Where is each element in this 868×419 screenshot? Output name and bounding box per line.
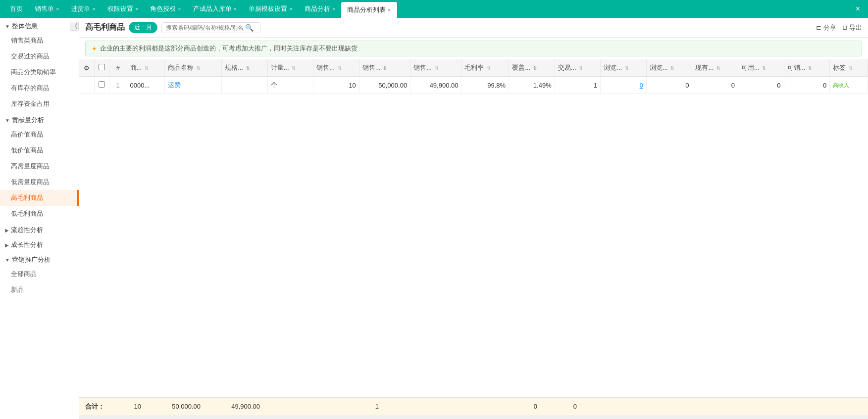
nav-template-close[interactable]: ×: [289, 6, 292, 12]
nav-sales-close[interactable]: ×: [56, 6, 59, 12]
td-sales-cost: 49,900.00: [410, 77, 461, 94]
sidebar-item-high-demand[interactable]: 高需量度商品: [0, 158, 79, 174]
th-browse1[interactable]: 浏览... ⇅: [601, 59, 647, 77]
td-browse1[interactable]: 0: [601, 77, 647, 94]
share-icon: ⊏: [816, 24, 821, 31]
th-spec[interactable]: 规格... ⇅: [222, 59, 268, 77]
th-gross-margin[interactable]: 毛利率 ⇅: [461, 59, 509, 77]
sidebar-item-low-demand[interactable]: 低需量度商品: [0, 174, 79, 190]
sidebar-section-contribution-arrow: ▼: [5, 118, 10, 123]
th-code[interactable]: 商... ⇅: [127, 59, 165, 77]
nav-products-inbound[interactable]: 产成品入库单 ×: [187, 0, 243, 18]
export-icon: ⊔: [842, 24, 847, 31]
td-sellable: 0: [784, 77, 830, 94]
th-trade[interactable]: 交易... ⇅: [555, 59, 601, 77]
table-row: 1 0000... 运费 个 10 50,000.00 49,900.00 99…: [79, 77, 868, 94]
search-icon[interactable]: 🔍: [245, 24, 254, 32]
search-box: 🔍: [161, 22, 260, 33]
th-coverage[interactable]: 覆盖... ⇅: [509, 59, 555, 77]
th-available[interactable]: 可用... ⇅: [738, 59, 784, 77]
sort-sales-qty-icon: ⇅: [338, 66, 342, 71]
sidebar-item-new-goods[interactable]: 新品: [0, 282, 79, 298]
th-settings[interactable]: ⚙: [79, 59, 94, 77]
nav-analysis-list[interactable]: 商品分析列表 ×: [341, 2, 397, 18]
sidebar-item-high-value[interactable]: 高价值商品: [0, 127, 79, 142]
table-body: 1 0000... 运费 个 10 50,000.00 49,900.00 99…: [79, 77, 868, 94]
th-checkbox[interactable]: [94, 59, 109, 77]
nav-products-inbound-close[interactable]: ×: [234, 6, 237, 12]
nav-permissions-close[interactable]: ×: [135, 6, 138, 12]
nav-window-close[interactable]: ×: [852, 4, 864, 13]
nav-analysis-close[interactable]: ×: [332, 6, 335, 12]
bottom-scrollbar[interactable]: [79, 415, 868, 419]
footer-sales-qty: 10: [114, 403, 144, 410]
sort-code-icon: ⇅: [145, 66, 149, 71]
info-text: 企业的主要的利润都是这部分商品创造的，可考虑加大推广，同时关注库存是不要出现缺货: [100, 44, 357, 53]
share-btn[interactable]: ⊏ 分享: [816, 23, 836, 32]
sidebar-item-traded-goods[interactable]: 交易过的商品: [0, 48, 79, 64]
nav-analysis[interactable]: 商品分析 ×: [299, 0, 341, 18]
nav-sales[interactable]: 销售单 ×: [29, 0, 65, 18]
footer-spacer2: [303, 403, 342, 410]
row-checkbox[interactable]: [99, 81, 105, 88]
sidebar-item-low-margin[interactable]: 低毛利商品: [0, 206, 79, 222]
th-sellable[interactable]: 可销... ⇅: [784, 59, 830, 77]
sidebar-item-inventory-capital[interactable]: 库存资金占用: [0, 96, 79, 112]
footer-spacer4: [421, 403, 461, 410]
nav-template[interactable]: 单据模板设置 ×: [243, 0, 298, 18]
sort-browse1-icon: ⇅: [625, 66, 629, 71]
footer-sales-cost: 49,900.00: [204, 403, 263, 410]
sort-tag-icon: ⇅: [849, 66, 853, 71]
td-name[interactable]: 运费: [165, 77, 222, 94]
td-code: 0000...: [127, 77, 165, 94]
top-navigation: 首页 销售单 × 进货单 × 权限设置 × 角色授权 × 产成品入库单 × 单据…: [0, 0, 868, 18]
sidebar-item-all-goods[interactable]: 全部商品: [0, 266, 79, 282]
th-name[interactable]: 商品名称 ⇅: [165, 59, 222, 77]
footer-spacer5: [461, 403, 501, 410]
th-browse2[interactable]: 浏览... ⇅: [646, 59, 692, 77]
nav-home[interactable]: 首页: [4, 0, 29, 18]
sidebar-item-sales-goods[interactable]: 销售类商品: [0, 33, 79, 48]
sidebar-section-marketing[interactable]: ▼ 营销推广分析: [0, 251, 79, 266]
nav-permissions[interactable]: 权限设置 ×: [102, 0, 144, 18]
td-unit: 个: [267, 77, 313, 94]
sidebar-section-flow[interactable]: ▶ 流趋性分析: [0, 222, 79, 236]
sidebar-item-in-stock[interactable]: 有库存的商品: [0, 80, 79, 96]
sidebar-item-high-margin[interactable]: 高毛利商品: [0, 190, 79, 206]
window-close-icon[interactable]: ×: [856, 4, 860, 13]
nav-roles[interactable]: 角色授权 ×: [144, 0, 187, 18]
td-settings: [79, 77, 94, 94]
nav-roles-close[interactable]: ×: [178, 6, 181, 12]
sidebar-section-growth[interactable]: ▶ 成长性分析: [0, 236, 79, 251]
sidebar-section-contribution[interactable]: ▼ 贡献量分析: [0, 112, 79, 127]
th-sales-amount[interactable]: 销售... ⇅: [359, 59, 410, 77]
sort-gross-margin-icon: ⇅: [487, 66, 491, 71]
sidebar-item-low-value[interactable]: 低价值商品: [0, 142, 79, 158]
sidebar-section-flow-arrow: ▶: [5, 228, 9, 233]
td-num: 1: [109, 77, 127, 94]
nav-purchase-close[interactable]: ×: [92, 6, 95, 12]
search-input[interactable]: [166, 24, 245, 31]
nav-analysis-list-close[interactable]: ×: [388, 7, 391, 13]
th-current[interactable]: 现有... ⇅: [692, 59, 738, 77]
td-sales-amount: 50,000.00: [359, 77, 410, 94]
sort-sales-cost-icon: ⇅: [435, 66, 439, 71]
th-tag[interactable]: 标签 ⇅: [830, 59, 868, 77]
sort-current-icon: ⇅: [716, 66, 720, 71]
settings-icon[interactable]: ⚙: [84, 64, 90, 72]
sidebar-item-category-rate[interactable]: 商品分类助销率: [0, 64, 79, 80]
info-icon: ✦: [92, 45, 97, 52]
export-btn[interactable]: ⊔ 导出: [842, 23, 862, 32]
th-sales-cost[interactable]: 销售... ⇅: [410, 59, 461, 77]
sidebar-collapse-btn[interactable]: 《: [70, 22, 79, 31]
nav-purchase[interactable]: 进货单 ×: [65, 0, 101, 18]
sidebar-section-overall[interactable]: ▼ 整体信息: [0, 18, 79, 33]
sort-spec-icon: ⇅: [246, 66, 250, 71]
td-check[interactable]: [94, 77, 109, 94]
filter-recent-month[interactable]: 近一月: [129, 22, 157, 33]
th-unit[interactable]: 计量... ⇅: [267, 59, 313, 77]
th-sales-qty[interactable]: 销售... ⇅: [313, 59, 359, 77]
select-all-checkbox[interactable]: [99, 64, 105, 70]
td-available: 0: [738, 77, 784, 94]
td-sales-qty: 10: [313, 77, 359, 94]
